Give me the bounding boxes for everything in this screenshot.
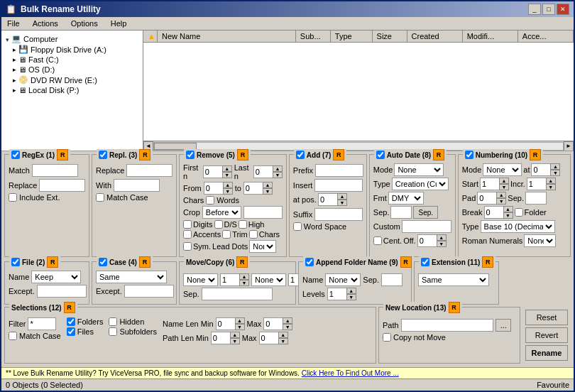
tree-item-computer[interactable]: 💻 Computer xyxy=(4,33,140,44)
selections-folders-check[interactable] xyxy=(67,317,75,326)
selections-hidden-check[interactable] xyxy=(109,317,117,326)
move-copy-none2-select[interactable]: None xyxy=(251,273,286,286)
rename-button[interactable]: Rename xyxy=(525,345,568,361)
menu-file[interactable]: File xyxy=(4,18,23,28)
case-enabled-check[interactable] xyxy=(99,258,107,266)
col-new-name[interactable]: New Name xyxy=(158,31,296,42)
off-down[interactable]: ▼ xyxy=(437,241,447,247)
levels-up[interactable]: ▲ xyxy=(346,288,356,294)
close-button[interactable]: ✕ xyxy=(557,4,569,15)
numbering-type-select[interactable]: Base 10 (Decimal) xyxy=(481,220,555,233)
col-modified[interactable]: Modifi... xyxy=(463,31,518,42)
repl-enabled-check[interactable] xyxy=(99,151,107,159)
file-r-btn[interactable]: R xyxy=(47,256,58,268)
auto-date-sep-input[interactable] xyxy=(390,206,412,219)
col-type[interactable]: Type xyxy=(331,31,373,42)
new-location-browse-btn[interactable]: ... xyxy=(495,319,511,332)
mc-val1-up[interactable]: ▲ xyxy=(239,273,249,280)
repl-r-btn[interactable]: R xyxy=(139,149,150,160)
remove-first-n-input[interactable] xyxy=(203,165,223,178)
remove-from-input[interactable] xyxy=(204,182,224,195)
ext-enabled-check[interactable] xyxy=(421,258,429,266)
auto-date-fmt-select[interactable]: DMY xyxy=(388,192,424,205)
menu-actions[interactable]: Actions xyxy=(30,18,61,28)
pathlen-max-up[interactable]: ▲ xyxy=(278,332,288,338)
at-up[interactable]: ▲ xyxy=(550,163,560,170)
last-n-down[interactable]: ▼ xyxy=(273,172,283,178)
numbering-incr-input[interactable] xyxy=(527,178,547,190)
numbering-pad-input[interactable] xyxy=(477,192,497,205)
add-r-btn[interactable]: R xyxy=(333,149,344,160)
tree-item-local-p[interactable]: ▸ 🖥 Local Disk (P:) xyxy=(4,85,140,95)
add-prefix-input[interactable] xyxy=(315,164,363,177)
numbering-start-input[interactable] xyxy=(480,178,500,190)
new-location-r-btn[interactable]: R xyxy=(449,302,460,313)
col-created[interactable]: Created xyxy=(407,31,463,42)
new-location-path-input[interactable] xyxy=(401,319,493,332)
reset-button[interactable]: Reset xyxy=(525,310,568,325)
remove-enabled-check[interactable] xyxy=(186,151,195,159)
add-atpos-input[interactable] xyxy=(318,193,338,206)
namelen-max-up[interactable]: ▲ xyxy=(283,317,292,324)
append-folder-name-select[interactable]: None xyxy=(325,273,361,286)
append-folder-levels-input[interactable] xyxy=(327,288,347,300)
remove-digits-check[interactable] xyxy=(183,220,192,229)
remove-crop-select[interactable]: BeforeAfter xyxy=(202,206,241,219)
auto-date-r-btn[interactable]: R xyxy=(433,149,444,160)
regex-match-input[interactable] xyxy=(32,164,78,177)
levels-down[interactable]: ▼ xyxy=(346,294,356,300)
off-up[interactable]: ▲ xyxy=(437,234,447,241)
move-copy-val1-input[interactable] xyxy=(220,273,240,286)
break-down[interactable]: ▼ xyxy=(503,212,513,219)
col-sub[interactable]: Sub... xyxy=(296,31,331,42)
from-down[interactable]: ▼ xyxy=(223,188,233,195)
remove-high-check[interactable] xyxy=(239,220,247,229)
to-up[interactable]: ▲ xyxy=(263,182,273,188)
namelen-min-down[interactable]: ▼ xyxy=(235,324,245,330)
from-up[interactable]: ▲ xyxy=(223,182,233,188)
selections-namelen-min-input[interactable] xyxy=(216,317,236,330)
append-folder-enabled-check[interactable] xyxy=(305,258,314,266)
file-name-select[interactable]: KeepLowerUpperTitleSentence xyxy=(31,271,81,283)
scroll-right-btn[interactable]: ► xyxy=(564,141,574,151)
auto-date-cent-check[interactable] xyxy=(373,236,382,245)
tree-item-floppy[interactable]: ▸ 💾 Floppy Disk Drive (A:) xyxy=(4,44,140,55)
incr-up[interactable]: ▲ xyxy=(546,178,556,184)
regex-enabled-check[interactable] xyxy=(11,151,20,159)
first-n-up[interactable]: ▲ xyxy=(222,165,232,172)
menu-options[interactable]: Options xyxy=(68,18,101,28)
remove-chars-check[interactable] xyxy=(206,196,214,205)
numbering-enabled-check[interactable] xyxy=(465,151,473,159)
selections-subfolders-check[interactable] xyxy=(109,327,117,336)
selections-pathlen-max-input[interactable] xyxy=(259,332,279,344)
pathlen-max-down[interactable]: ▼ xyxy=(278,338,288,344)
start-down[interactable]: ▼ xyxy=(499,184,509,190)
append-folder-sep-input[interactable] xyxy=(381,273,402,286)
add-enabled-check[interactable] xyxy=(296,151,305,159)
break-up[interactable]: ▲ xyxy=(503,206,513,212)
remove-to-input[interactable] xyxy=(243,182,263,195)
add-suffix-input[interactable] xyxy=(314,208,363,221)
namelen-max-down[interactable]: ▼ xyxy=(283,324,292,330)
auto-date-enabled-check[interactable] xyxy=(376,151,385,159)
auto-date-custom-input[interactable] xyxy=(402,220,451,233)
case-r-btn[interactable]: R xyxy=(139,256,150,268)
regex-r-btn[interactable]: R xyxy=(57,149,68,160)
auto-date-off-input[interactable] xyxy=(417,234,437,247)
pathlen-min-up[interactable]: ▲ xyxy=(230,332,240,338)
add-insert-input[interactable] xyxy=(314,179,363,192)
remove-last-n-input[interactable] xyxy=(253,165,273,178)
ext-same-select[interactable]: SameLowerUpper xyxy=(418,273,489,286)
file-enabled-check[interactable] xyxy=(11,258,20,266)
to-down[interactable]: ▼ xyxy=(263,188,273,195)
first-n-down[interactable]: ▼ xyxy=(222,172,232,178)
revert-button[interactable]: Revert xyxy=(525,327,568,343)
remove-sym-check[interactable] xyxy=(183,242,192,251)
remove-crop-input[interactable] xyxy=(243,206,283,219)
ext-r-btn[interactable]: R xyxy=(482,256,493,268)
namelen-min-up[interactable]: ▲ xyxy=(235,317,245,324)
col-accessed[interactable]: Acce... xyxy=(518,31,574,42)
auto-date-type-select[interactable]: Creation (Cur xyxy=(392,178,449,190)
tree-item-dvd[interactable]: ▸ 📀 DVD RW Drive (E:) xyxy=(4,75,140,85)
numbering-at-input[interactable] xyxy=(531,163,551,176)
